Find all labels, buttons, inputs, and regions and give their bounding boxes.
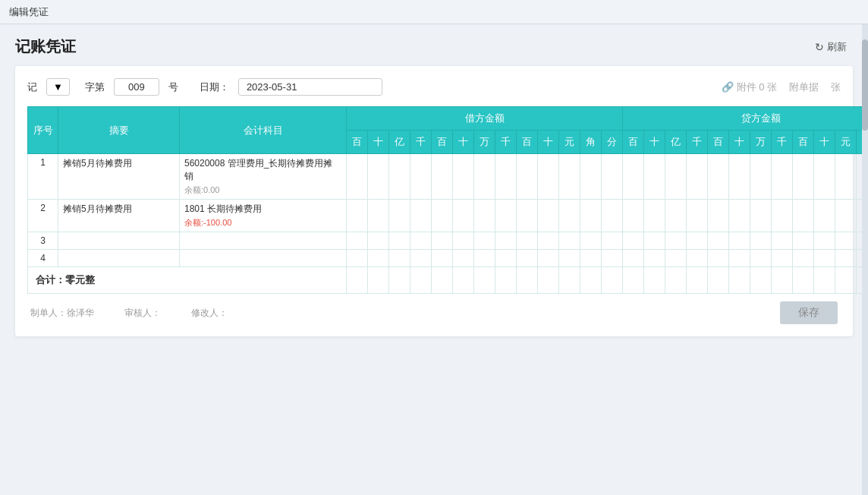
row-1-amount-9[interactable]: [517, 154, 538, 200]
row-2-amount-20[interactable]: [750, 200, 772, 232]
save-button[interactable]: 保存: [780, 301, 838, 324]
row-4-amount-8[interactable]: [495, 250, 517, 267]
row-1-amount-24[interactable]: [835, 154, 857, 200]
row-4-amount-2[interactable]: [368, 250, 389, 267]
row-1-amount-23[interactable]: [814, 154, 835, 200]
row-account-1[interactable]: 56020008 管理费用_长期待摊费用摊销余额:0.00: [180, 154, 347, 200]
row-3-amount-6[interactable]: [453, 232, 474, 250]
row-3-amount-8[interactable]: [495, 232, 517, 250]
row-4-amount-24[interactable]: [835, 250, 857, 267]
scrollbar-thumb[interactable]: [862, 39, 868, 131]
row-2-amount-19[interactable]: [729, 200, 750, 232]
row-2-amount-13[interactable]: [602, 200, 623, 232]
row-3-amount-14[interactable]: [623, 232, 644, 250]
row-1-amount-16[interactable]: [665, 154, 687, 200]
row-4-amount-13[interactable]: [602, 250, 623, 267]
row-1-amount-1[interactable]: [347, 154, 368, 200]
row-4-amount-16[interactable]: [665, 250, 687, 267]
row-2-amount-11[interactable]: [559, 200, 580, 232]
row-4-amount-23[interactable]: [814, 250, 835, 267]
row-1-amount-6[interactable]: [453, 154, 474, 200]
row-1-amount-21[interactable]: [772, 154, 793, 200]
row-4-amount-17[interactable]: [687, 250, 708, 267]
row-1-amount-10[interactable]: [538, 154, 559, 200]
date-input[interactable]: [238, 78, 382, 96]
row-3-amount-11[interactable]: [559, 232, 580, 250]
row-2-amount-4[interactable]: [410, 200, 432, 232]
row-4-amount-14[interactable]: [623, 250, 644, 267]
row-account-2[interactable]: 1801 长期待摊费用余额:-100.00: [180, 200, 347, 232]
row-1-amount-12[interactable]: [580, 154, 602, 200]
row-3-amount-20[interactable]: [750, 232, 772, 250]
row-4-amount-15[interactable]: [644, 250, 665, 267]
row-1-amount-15[interactable]: [644, 154, 665, 200]
row-summary-3[interactable]: [58, 232, 180, 250]
row-1-amount-5[interactable]: [432, 154, 453, 200]
row-1-amount-17[interactable]: [687, 154, 708, 200]
row-2-amount-1[interactable]: [347, 200, 368, 232]
row-4-amount-3[interactable]: [389, 250, 410, 267]
row-4-amount-12[interactable]: [580, 250, 602, 267]
row-2-amount-14[interactable]: [623, 200, 644, 232]
row-2-amount-22[interactable]: [793, 200, 814, 232]
row-4-amount-6[interactable]: [453, 250, 474, 267]
row-2-amount-9[interactable]: [517, 200, 538, 232]
row-4-amount-18[interactable]: [708, 250, 729, 267]
row-2-amount-24[interactable]: [835, 200, 857, 232]
row-1-amount-11[interactable]: [559, 154, 580, 200]
row-3-amount-22[interactable]: [793, 232, 814, 250]
row-3-amount-1[interactable]: [347, 232, 368, 250]
row-3-amount-21[interactable]: [772, 232, 793, 250]
row-4-amount-7[interactable]: [474, 250, 495, 267]
row-1-amount-20[interactable]: [750, 154, 772, 200]
row-4-amount-9[interactable]: [517, 250, 538, 267]
row-1-amount-14[interactable]: [623, 154, 644, 200]
scrollbar[interactable]: [862, 24, 868, 495]
row-2-amount-16[interactable]: [665, 200, 687, 232]
row-4-amount-19[interactable]: [729, 250, 750, 267]
row-2-amount-15[interactable]: [644, 200, 665, 232]
row-account-3[interactable]: [180, 232, 347, 250]
row-4-amount-21[interactable]: [772, 250, 793, 267]
row-2-amount-2[interactable]: [368, 200, 389, 232]
row-1-amount-13[interactable]: [602, 154, 623, 200]
row-4-amount-5[interactable]: [432, 250, 453, 267]
row-3-amount-17[interactable]: [687, 232, 708, 250]
row-3-amount-24[interactable]: [835, 232, 857, 250]
voucher-type-dropdown[interactable]: ▼: [46, 78, 70, 96]
row-4-amount-4[interactable]: [410, 250, 432, 267]
row-1-amount-7[interactable]: [474, 154, 495, 200]
row-3-amount-5[interactable]: [432, 232, 453, 250]
row-3-amount-4[interactable]: [410, 232, 432, 250]
row-account-4[interactable]: [180, 250, 347, 267]
row-4-amount-11[interactable]: [559, 250, 580, 267]
row-2-amount-3[interactable]: [389, 200, 410, 232]
row-2-amount-17[interactable]: [687, 200, 708, 232]
row-2-amount-12[interactable]: [580, 200, 602, 232]
row-3-amount-9[interactable]: [517, 232, 538, 250]
row-1-amount-8[interactable]: [495, 154, 517, 200]
row-3-amount-7[interactable]: [474, 232, 495, 250]
row-2-amount-10[interactable]: [538, 200, 559, 232]
row-4-amount-20[interactable]: [750, 250, 772, 267]
row-1-amount-3[interactable]: [389, 154, 410, 200]
row-4-amount-10[interactable]: [538, 250, 559, 267]
row-2-amount-8[interactable]: [495, 200, 517, 232]
voucher-number-input[interactable]: [114, 78, 159, 96]
row-2-amount-23[interactable]: [814, 200, 835, 232]
refresh-button[interactable]: ↻ 刷新: [809, 37, 853, 57]
row-summary-4[interactable]: [58, 250, 180, 267]
row-summary-2[interactable]: 摊销5月待摊费用: [58, 200, 180, 232]
row-3-amount-12[interactable]: [580, 232, 602, 250]
row-3-amount-18[interactable]: [708, 232, 729, 250]
row-3-amount-15[interactable]: [644, 232, 665, 250]
row-3-amount-23[interactable]: [814, 232, 835, 250]
row-summary-1[interactable]: 摊销5月待摊费用: [58, 154, 180, 200]
row-2-amount-18[interactable]: [708, 200, 729, 232]
row-4-amount-22[interactable]: [793, 250, 814, 267]
row-1-amount-4[interactable]: [410, 154, 432, 200]
row-1-amount-18[interactable]: [708, 154, 729, 200]
row-4-amount-1[interactable]: [347, 250, 368, 267]
row-1-amount-2[interactable]: [368, 154, 389, 200]
row-3-amount-13[interactable]: [602, 232, 623, 250]
